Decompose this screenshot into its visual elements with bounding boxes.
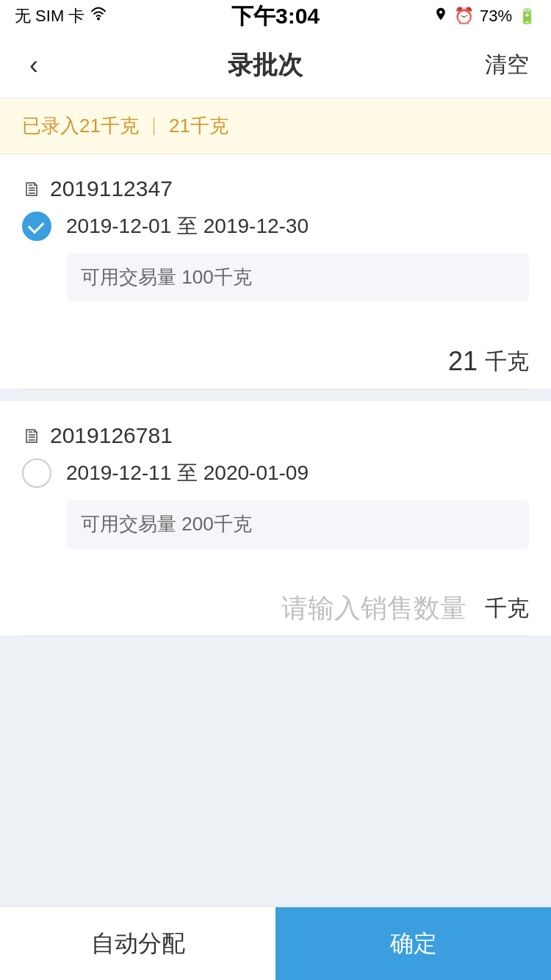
available-qty-box-2: 可用交易量 200千克 <box>66 500 529 549</box>
available-qty-text-2: 可用交易量 200千克 <box>81 513 252 535</box>
back-button[interactable]: ‹ <box>22 43 46 88</box>
location-icon <box>433 7 448 26</box>
qty-value-1: 21 <box>448 346 478 377</box>
bottom-empty-area <box>0 636 551 945</box>
item-card-2: 🗎 2019126781 2019-12-11 至 2020-01-09 可用交… <box>0 401 551 578</box>
item-row-1: 2019-12-01 至 2019-12-30 <box>22 212 529 241</box>
radio-button-1[interactable] <box>22 212 51 241</box>
svg-point-0 <box>98 18 99 19</box>
radio-button-2[interactable] <box>22 458 51 488</box>
bottom-buttons: 自动分配 确定 <box>0 907 551 980</box>
item-row-2: 2019-12-11 至 2020-01-09 <box>22 458 529 488</box>
item-card-1: 🗎 2019112347 2019-12-01 至 2019-12-30 可用交… <box>0 154 551 331</box>
nav-bar: ‹ 录批次 清空 <box>0 32 551 98</box>
page-title: 录批次 <box>228 48 303 82</box>
qty-input-2[interactable] <box>148 593 478 624</box>
date-range-1: 2019-12-01 至 2019-12-30 <box>66 212 309 240</box>
qty-row-1: 21 千克 <box>0 331 551 389</box>
alarm-icon: ⏰ <box>454 7 474 26</box>
item-id-1: 2019112347 <box>50 176 173 201</box>
recorded-amount: 已录入21千克 <box>22 113 139 139</box>
qty-row-2[interactable]: 千克 <box>0 578 551 635</box>
wifi-icon <box>90 6 107 26</box>
carrier-text: 无 SIM 卡 <box>15 5 84 27</box>
clear-button[interactable]: 清空 <box>485 50 529 80</box>
confirm-button[interactable]: 确定 <box>276 907 551 980</box>
status-right: ⏰ 73% 🔋 <box>433 7 536 26</box>
item-id-2: 2019126781 <box>50 423 173 448</box>
item-header-2: 🗎 2019126781 <box>22 423 529 448</box>
summary-banner: 已录入21千克 21千克 <box>0 98 551 154</box>
status-bar: 无 SIM 卡 下午3:04 ⏰ 73% 🔋 <box>0 0 551 32</box>
qty-unit-2: 千克 <box>485 594 529 624</box>
auto-distribute-button[interactable]: 自动分配 <box>0 907 276 980</box>
section-divider <box>0 389 551 401</box>
document-icon-1: 🗎 <box>22 177 43 201</box>
available-qty-text-1: 可用交易量 100千克 <box>81 266 252 288</box>
document-icon-2: 🗎 <box>22 424 43 448</box>
total-amount: 21千克 <box>169 113 228 139</box>
battery-text: 73% <box>480 7 512 26</box>
status-left: 无 SIM 卡 <box>15 5 107 27</box>
date-range-2: 2019-12-11 至 2020-01-09 <box>66 459 309 487</box>
item-header-1: 🗎 2019112347 <box>22 176 529 201</box>
summary-divider <box>154 118 154 135</box>
time-display: 下午3:04 <box>231 1 320 32</box>
content-area: 🗎 2019112347 2019-12-01 至 2019-12-30 可用交… <box>0 154 551 980</box>
available-qty-box-1: 可用交易量 100千克 <box>66 253 529 302</box>
battery-icon: 🔋 <box>518 7 536 25</box>
qty-unit-1: 千克 <box>485 347 529 377</box>
